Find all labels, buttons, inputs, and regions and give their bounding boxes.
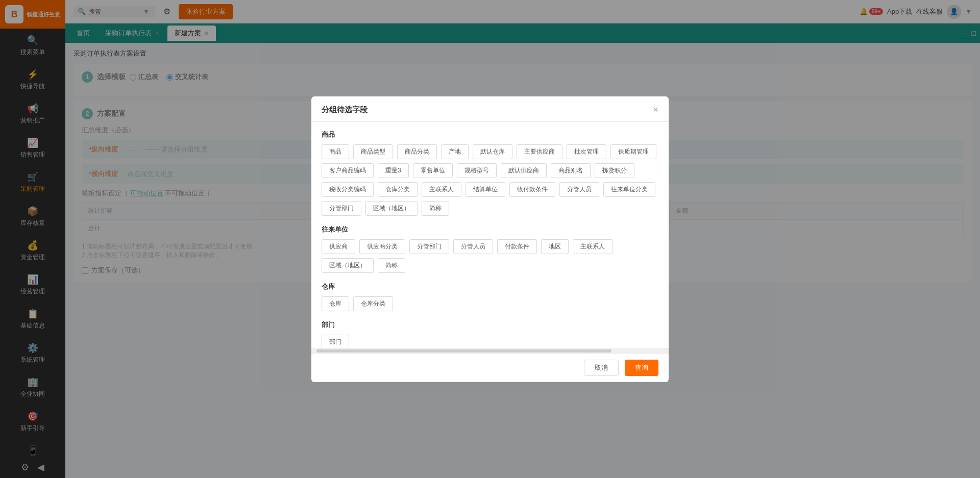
field-group-partner: 往来单位 供应商 供应商分类 分管部门 分管人员 付款条件 地区 主联系人 区域…	[322, 225, 658, 273]
modal-body: 商品 商品 商品类型 商品分类 产地 默认仓库 主要供应商 批次管理 保质期管理	[311, 122, 669, 349]
field-tag-customer-code[interactable]: 客户商品编码	[322, 163, 374, 178]
field-tag-default-warehouse[interactable]: 默认仓库	[473, 144, 512, 159]
field-tag-goods[interactable]: 商品	[322, 144, 349, 159]
field-select-modal: 分组待选字段 × 商品 商品 商品类型 商品分类 产地 默认	[311, 96, 669, 382]
field-tag-goods-type[interactable]: 商品类型	[353, 144, 393, 159]
field-tag-region2[interactable]: 区域（地区）	[322, 258, 374, 273]
field-tags-goods: 商品 商品类型 商品分类 产地 默认仓库 主要供应商 批次管理 保质期管理 客户…	[322, 144, 658, 216]
field-group-warehouse: 仓库 仓库 仓库分类	[322, 282, 658, 311]
field-group-goods: 商品 商品 商品类型 商品分类 产地 默认仓库 主要供应商 批次管理 保质期管理	[322, 130, 658, 216]
confirm-button[interactable]: 查询	[625, 360, 658, 376]
field-tags-partner: 供应商 供应商分类 分管部门 分管人员 付款条件 地区 主联系人 区域（地区） …	[322, 239, 658, 273]
field-tag-weight3[interactable]: 重量3	[378, 163, 409, 178]
modal-close-btn[interactable]: ×	[653, 105, 658, 115]
field-tag-batch-mgmt[interactable]: 批次管理	[567, 144, 606, 159]
modal-overlay: 分组待选字段 × 商品 商品 商品类型 商品分类 产地 默认	[65, 43, 980, 478]
field-tag-partner-category[interactable]: 往来单位分类	[603, 182, 655, 197]
field-tag-retail-unit[interactable]: 零售单位	[413, 163, 453, 178]
field-tag-department[interactable]: 部门	[322, 335, 349, 349]
field-tag-pick-points[interactable]: 拣货积分	[595, 163, 634, 178]
field-tag-area[interactable]: 地区	[541, 239, 569, 254]
field-tag-payment-terms[interactable]: 收付款条件	[509, 182, 555, 197]
field-tag-origin[interactable]: 产地	[441, 144, 469, 159]
field-tag-default-supplier[interactable]: 默认供应商	[501, 163, 547, 178]
field-tag-supplier-category[interactable]: 供应商分类	[359, 239, 405, 254]
field-group-warehouse-title: 仓库	[322, 282, 658, 291]
field-tag-pay-terms[interactable]: 付款条件	[497, 239, 537, 254]
field-tags-department: 部门	[322, 335, 658, 349]
field-tag-tax-code[interactable]: 税收分类编码	[322, 182, 374, 197]
content-area: 采购订单执行表方案设置 1 选择模板 汇总表 交叉统计表	[65, 43, 980, 478]
field-group-partner-title: 往来单位	[322, 225, 658, 234]
field-tag-settle-unit[interactable]: 结算单位	[465, 182, 505, 197]
field-tag-supplier[interactable]: 供应商	[322, 239, 355, 254]
field-tag-dept[interactable]: 分管部门	[409, 239, 449, 254]
field-tag-warehouse[interactable]: 仓库	[322, 296, 349, 311]
field-tag-short-name2[interactable]: 简称	[378, 258, 405, 273]
field-tag-goods-alias[interactable]: 商品别名	[551, 163, 591, 178]
field-tag-warehouse-category[interactable]: 仓库分类	[378, 182, 418, 197]
field-group-department-title: 部门	[322, 320, 658, 330]
field-tag-manager[interactable]: 分管人员	[559, 182, 599, 197]
field-tag-spec-type[interactable]: 规格型号	[457, 163, 497, 178]
hscroll-thumb[interactable]	[316, 349, 611, 353]
field-tag-main-supplier[interactable]: 主要供应商	[517, 144, 562, 159]
field-tag-warehouse-cat[interactable]: 仓库分类	[353, 296, 393, 311]
field-tag-dept-person[interactable]: 分管人员	[453, 239, 493, 254]
field-tag-short-name[interactable]: 简称	[422, 201, 449, 216]
field-tag-main-contact2[interactable]: 主联系人	[573, 239, 612, 254]
field-tag-shelf-life[interactable]: 保质期管理	[610, 144, 656, 159]
main-area: 🔍 ▼ ⚙ 体验行业方案 🔔 99+ App下载 在线客服 👤 ▼ 首页	[65, 0, 980, 478]
cancel-button[interactable]: 取消	[584, 360, 619, 376]
modal-header: 分组待选字段 ×	[311, 96, 669, 122]
modal-title: 分组待选字段	[322, 105, 368, 115]
field-tags-warehouse: 仓库 仓库分类	[322, 296, 658, 311]
modal-footer: 取消 查询	[311, 353, 669, 382]
field-group-goods-title: 商品	[322, 130, 658, 139]
field-tag-goods-category[interactable]: 商品分类	[397, 144, 437, 159]
field-group-department: 部门 部门	[322, 320, 658, 349]
modal-hscroll[interactable]	[311, 348, 669, 353]
field-tag-main-contact[interactable]: 主联系人	[422, 182, 461, 197]
field-tag-manage-dept[interactable]: 分管部门	[322, 201, 361, 216]
field-tag-region[interactable]: 区域（地区）	[365, 201, 418, 216]
